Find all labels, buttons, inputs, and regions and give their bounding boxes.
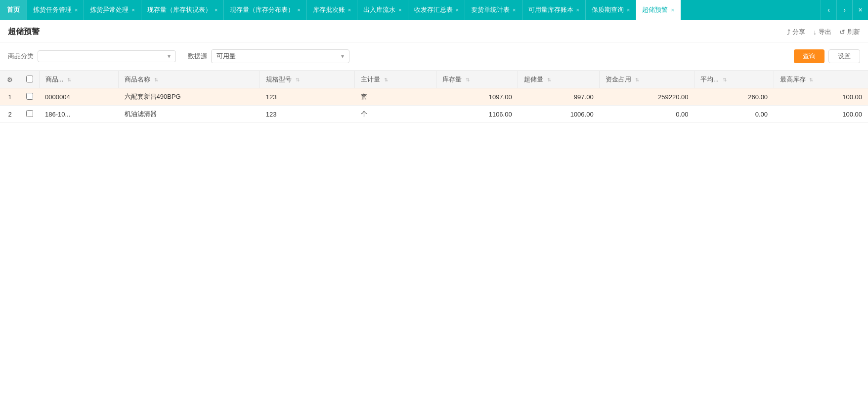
td-product-code: 186-10... <box>39 106 119 123</box>
sort-icon: ⇅ <box>466 77 470 82</box>
close-icon[interactable]: × <box>513 7 516 13</box>
td-avg: 260.00 <box>694 88 774 106</box>
refresh-button[interactable]: ↺ 刷新 <box>839 28 860 37</box>
nav-next-arrow[interactable]: › <box>836 0 852 20</box>
sort-icon: ⇅ <box>384 77 388 82</box>
td-max-stock: 100.00 <box>774 106 868 123</box>
nav-home[interactable]: 首页 <box>0 0 27 20</box>
th-checkbox <box>20 71 39 88</box>
sort-icon: ⇅ <box>809 77 813 82</box>
page-header: 超储预警 ⤴ 分享 ↓ 导出 ↺ 刷新 <box>0 20 868 42</box>
nav-tab-5[interactable]: 出入库流水 × <box>357 0 408 20</box>
category-select[interactable]: ▾ <box>38 50 176 62</box>
close-icon[interactable]: × <box>131 7 134 13</box>
nav-tab-0[interactable]: 拣货任务管理 × <box>27 0 84 20</box>
header-actions: ⤴ 分享 ↓ 导出 ↺ 刷新 <box>787 28 860 37</box>
query-button[interactable]: 查询 <box>794 49 825 63</box>
page-content: 超储预警 ⤴ 分享 ↓ 导出 ↺ 刷新 商品分类 ▾ 数据源 <box>0 20 868 395</box>
datasource-label: 数据源 <box>188 52 207 61</box>
close-icon[interactable]: × <box>398 7 401 13</box>
sort-icon: ⇅ <box>296 77 300 82</box>
nav-tab-7[interactable]: 要货单统计表 × <box>465 0 522 20</box>
settings-button[interactable]: 设置 <box>828 49 860 63</box>
filter-actions: 查询 设置 <box>794 49 860 63</box>
select-all-checkbox[interactable] <box>26 76 33 82</box>
table-row: 2 186-10... 机油滤清器 123 个 1106.00 1006.00 … <box>0 106 868 123</box>
share-icon: ⤴ <box>787 28 790 36</box>
td-index: 1 <box>0 88 20 106</box>
th-overstock[interactable]: 超储量 ⇅ <box>518 71 600 88</box>
table-container: ⚙ 商品... ⇅ 商品名称 ⇅ 规格型号 ⇅ <box>0 71 868 123</box>
share-button[interactable]: ⤴ 分享 <box>787 28 805 37</box>
th-product-name[interactable]: 商品名称 ⇅ <box>119 71 260 88</box>
export-icon: ↓ <box>813 28 817 36</box>
close-icon[interactable]: × <box>671 7 674 13</box>
close-icon[interactable]: × <box>456 7 459 13</box>
th-product-code[interactable]: 商品... ⇅ <box>39 71 119 88</box>
table-header-row: ⚙ 商品... ⇅ 商品名称 ⇅ 规格型号 ⇅ <box>0 71 868 88</box>
sort-icon: ⇅ <box>635 77 639 82</box>
close-icon[interactable]: × <box>627 7 630 13</box>
td-unit: 套 <box>355 88 436 106</box>
th-unit[interactable]: 主计量 ⇅ <box>355 71 436 88</box>
category-label: 商品分类 <box>8 52 34 61</box>
th-capital[interactable]: 资金占用 ⇅ <box>600 71 694 88</box>
sort-icon: ⇅ <box>723 77 727 82</box>
nav-tab-3[interactable]: 现存量（库存分布表） × <box>224 0 306 20</box>
page-title: 超储预警 <box>8 27 40 37</box>
nav-tab-10[interactable]: 超储预警 × <box>636 0 680 20</box>
td-avg: 0.00 <box>694 106 774 123</box>
chevron-down-icon: ▾ <box>168 53 171 60</box>
td-checkbox <box>20 88 39 106</box>
nav-tab-9[interactable]: 保质期查询 × <box>586 0 636 20</box>
row-checkbox[interactable] <box>26 93 33 100</box>
nav-tab-1[interactable]: 拣货异常处理 × <box>84 0 141 20</box>
th-spec[interactable]: 规格型号 ⇅ <box>260 71 355 88</box>
td-stock: 1097.00 <box>436 88 518 106</box>
table-row: 1 0000004 六配套新昌490BPG 123 套 1097.00 997.… <box>0 88 868 106</box>
td-spec: 123 <box>260 88 355 106</box>
td-product-code: 0000004 <box>39 88 119 106</box>
td-product-name: 机油滤清器 <box>119 106 260 123</box>
filter-bar: 商品分类 ▾ 数据源 可用量 ▾ 查询 设置 <box>0 42 868 71</box>
td-checkbox <box>20 106 39 123</box>
row-checkbox[interactable] <box>26 110 33 117</box>
close-icon[interactable]: × <box>576 7 579 13</box>
nav-tab-2[interactable]: 现存量（库存状况表） × <box>141 0 224 20</box>
td-overstock: 997.00 <box>518 88 600 106</box>
sort-icon: ⇅ <box>67 77 71 82</box>
th-avg[interactable]: 平均... ⇅ <box>694 71 774 88</box>
td-spec: 123 <box>260 106 355 123</box>
td-capital: 0.00 <box>600 106 694 123</box>
close-icon[interactable]: × <box>297 7 300 13</box>
td-product-name: 六配套新昌490BPG <box>119 88 260 106</box>
td-unit: 个 <box>355 106 436 123</box>
td-capital: 259220.00 <box>600 88 694 106</box>
th-stock[interactable]: 库存量 ⇅ <box>436 71 518 88</box>
export-button[interactable]: ↓ 导出 <box>813 28 831 37</box>
close-icon[interactable]: × <box>348 7 351 13</box>
gear-icon: ⚙ <box>7 76 13 83</box>
datasource-filter-group: 数据源 可用量 ▾ <box>188 49 349 63</box>
close-icon[interactable]: × <box>215 7 217 13</box>
close-icon[interactable]: × <box>75 7 78 13</box>
nav-tab-6[interactable]: 收发存汇总表 × <box>408 0 465 20</box>
datasource-select-value: 可用量 <box>217 52 236 61</box>
nav-prev-arrow[interactable]: ‹ <box>821 0 836 20</box>
chevron-down-icon: ▾ <box>341 53 344 60</box>
data-table: ⚙ 商品... ⇅ 商品名称 ⇅ 规格型号 ⇅ <box>0 71 868 123</box>
nav-arrows: ‹ › × <box>821 0 868 20</box>
datasource-select[interactable]: 可用量 ▾ <box>211 49 349 63</box>
th-settings[interactable]: ⚙ <box>0 71 20 88</box>
table-body: 1 0000004 六配套新昌490BPG 123 套 1097.00 997.… <box>0 88 868 123</box>
td-index: 2 <box>0 106 20 123</box>
sort-icon: ⇅ <box>154 77 158 82</box>
sort-icon: ⇅ <box>547 77 551 82</box>
nav-tab-8[interactable]: 可用量库存账本 × <box>522 0 586 20</box>
nav-close-arrow[interactable]: × <box>852 0 868 20</box>
category-filter-group: 商品分类 ▾ <box>8 50 176 62</box>
th-max-stock[interactable]: 最高库存 ⇅ <box>774 71 868 88</box>
nav-bar: 首页 拣货任务管理 × 拣货异常处理 × 现存量（库存状况表） × 现存量（库存… <box>0 0 868 20</box>
nav-tab-4[interactable]: 库存批次账 × <box>307 0 357 20</box>
td-overstock: 1006.00 <box>518 106 600 123</box>
